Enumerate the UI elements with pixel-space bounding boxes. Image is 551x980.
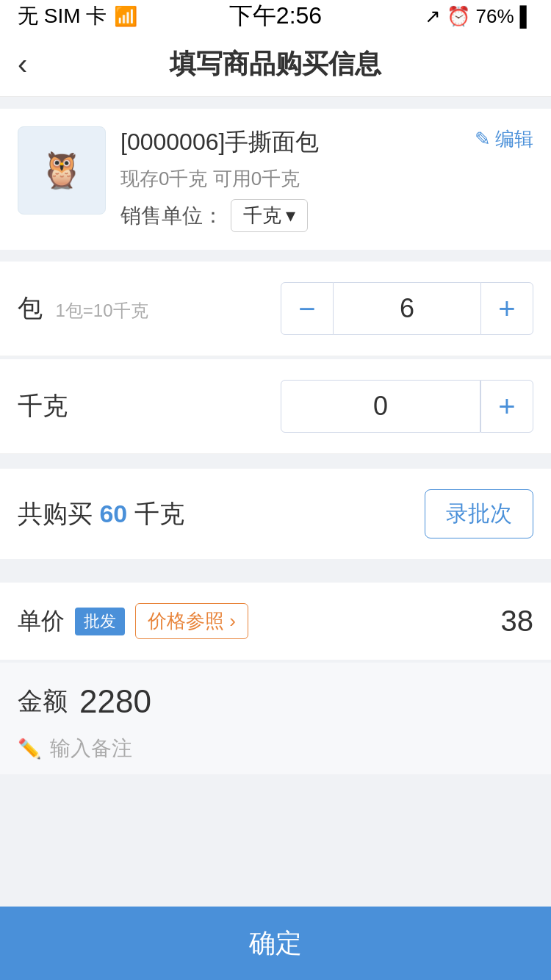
wifi-icon: 📶 (114, 5, 137, 28)
amount-row: 金额 2280 (18, 683, 533, 720)
confirm-button[interactable]: 确定 (0, 907, 551, 980)
product-name: [0000006]手撕面包 (120, 126, 460, 159)
increase-kg-button[interactable]: + (480, 380, 533, 433)
price-left: 单价 批发 价格参照 › (18, 603, 248, 639)
quantity-bao-input[interactable] (334, 282, 480, 335)
quantity-label-bao: 包 1包=10千克 (18, 292, 281, 325)
total-row: 共购买 60 千克 录批次 (0, 469, 551, 559)
unit-bao-sub: 1包=10千克 (55, 300, 148, 320)
unit-label: 销售单位： (120, 202, 223, 230)
quantity-label-kg: 千克 (18, 389, 281, 423)
nav-bar: ‹ 填写商品购买信息 (0, 32, 551, 97)
price-value: 38 (501, 605, 534, 638)
price-badge: 批发 (75, 608, 125, 635)
amount-value: 2280 (79, 683, 151, 720)
quantity-row-kg: 千克 + (0, 359, 551, 454)
unit-kg: 千克 (18, 392, 68, 419)
product-info: [0000006]手撕面包 现存0千克 可用0千克 销售单位： 千克 ▾ (120, 126, 460, 232)
product-stock: 现存0千克 可用0千克 (120, 166, 460, 192)
quantity-section-kg: 千克 + (0, 359, 551, 454)
price-label: 单价 (18, 605, 65, 638)
status-bar: 无 SIM 卡 📶 下午2:56 ↗ ⏰ 76% ▌ (0, 0, 551, 32)
product-card: 🦉 [0000006]手撕面包 现存0千克 可用0千克 销售单位： 千克 ▾ ✎… (0, 109, 551, 250)
pencil-icon: ✏️ (18, 738, 41, 760)
edit-icon: ✎ (475, 128, 491, 151)
price-section: 单价 批发 价格参照 › 38 (0, 583, 551, 660)
product-card-right: ✎ 编辑 (475, 126, 533, 152)
battery-label: 76% (476, 5, 514, 28)
product-thumbnail: 🦉 (40, 150, 84, 191)
unit-select[interactable]: 千克 ▾ (231, 199, 308, 232)
quantity-kg-input[interactable] (281, 380, 480, 433)
divider-2 (0, 457, 551, 469)
location-icon: ↗ (425, 5, 441, 28)
product-image: 🦉 (18, 126, 106, 215)
quantity-controls-bao: − + (281, 282, 533, 335)
amount-label: 金额 (18, 685, 68, 718)
decrease-bao-button[interactable]: − (281, 282, 334, 335)
remark-row[interactable]: ✏️ 输入备注 (18, 735, 533, 763)
amount-section: 金额 2280 ✏️ 输入备注 (0, 663, 551, 774)
remark-placeholder: 输入备注 (50, 735, 132, 763)
status-right: ↗ ⏰ 76% ▌ (425, 5, 533, 28)
edit-label: 编辑 (495, 126, 533, 152)
battery-icon: ▌ (520, 5, 533, 28)
total-amount: 60 (99, 500, 134, 527)
total-text: 共购买 60 千克 (18, 497, 184, 531)
product-unit-row: 销售单位： 千克 ▾ (120, 199, 460, 232)
carrier-label: 无 SIM 卡 (18, 2, 107, 30)
edit-button[interactable]: ✎ 编辑 (475, 126, 533, 152)
price-ref-button[interactable]: 价格参照 › (135, 603, 248, 639)
increase-bao-button[interactable]: + (480, 282, 533, 335)
alarm-icon: ⏰ (447, 5, 470, 28)
batch-button[interactable]: 录批次 (425, 489, 533, 538)
quantity-controls-kg: + (281, 380, 533, 433)
total-unit: 千克 (134, 500, 184, 527)
unit-bao: 包 (18, 294, 43, 322)
status-time: 下午2:56 (229, 0, 322, 32)
total-prefix: 共购买 (18, 500, 93, 527)
quantity-section-bao: 包 1包=10千克 − + (0, 262, 551, 356)
page-title: 填写商品购买信息 (170, 46, 381, 82)
chevron-down-icon: ▾ (286, 204, 295, 227)
quantity-row-bao: 包 1包=10千克 − + (0, 262, 551, 356)
divider-3 (0, 571, 551, 583)
back-button[interactable]: ‹ (18, 48, 27, 81)
unit-value: 千克 (243, 203, 281, 228)
status-left: 无 SIM 卡 📶 (18, 2, 137, 30)
divider-1 (0, 97, 551, 109)
